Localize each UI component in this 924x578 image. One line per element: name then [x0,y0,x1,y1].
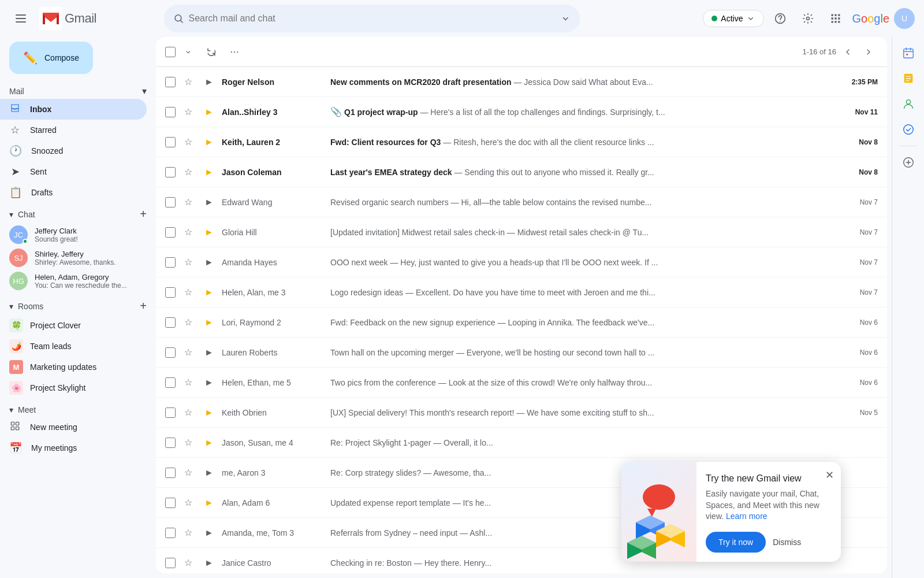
search-input[interactable] [188,13,555,24]
more-options-button[interactable] [224,42,245,62]
email-preview: — Looping in Annika. The feedback we've.… [498,318,655,327]
email-checkbox[interactable] [165,528,176,538]
hamburger-button[interactable] [9,7,32,30]
toolbar-dropdown-button[interactable] [178,42,199,62]
forward-icon: ► [201,254,217,271]
star-button[interactable]: ☆ [180,375,196,391]
rooms-add-button[interactable]: + [140,299,147,313]
email-checkbox[interactable] [165,558,176,568]
chat-section-header[interactable]: ▾ Chat + [0,205,156,223]
popup-close-button[interactable]: ✕ [825,469,834,481]
sidebar-item-drafts[interactable]: 📋 Drafts [0,182,147,203]
email-row[interactable]: ☆ ► Keith Obrien [UX] Special delivery! … [156,398,887,428]
search-expand-icon[interactable] [560,13,571,24]
room-item-project-clover[interactable]: 🍀 Project Clover [0,315,147,336]
email-checkbox[interactable] [165,197,176,208]
sender-name: Janice Castro [222,558,326,568]
email-checkbox[interactable] [165,438,176,448]
email-row[interactable]: ☆ ► Lori, Raymond 2 Fwd: Feedback on the… [156,307,887,338]
refresh-button[interactable] [201,42,222,62]
rooms-section-header[interactable]: ▾ Rooms + [0,297,156,315]
star-button[interactable]: ☆ [180,134,196,150]
star-button[interactable]: ☆ [180,405,196,421]
star-button[interactable]: ☆ [180,104,196,120]
active-status-button[interactable]: Active [703,10,764,27]
settings-button[interactable] [796,7,819,30]
email-checkbox[interactable] [165,468,176,478]
google-contacts-button[interactable] [897,92,920,116]
email-checkbox[interactable] [165,107,176,117]
email-checkbox[interactable] [165,377,176,388]
meet-item-new-meeting[interactable]: New meeting [0,417,147,438]
google-tasks-button[interactable] [897,118,920,141]
email-checkbox[interactable] [165,317,176,328]
room-item-team-leads[interactable]: 🌶️ Team leads [0,336,147,357]
try-it-now-button[interactable]: Try it now [706,532,766,553]
next-page-button[interactable] [859,43,878,61]
email-checkbox[interactable] [165,77,176,87]
email-checkbox[interactable] [165,257,176,268]
meet-item-my-meetings[interactable]: 📅 My meetings [0,438,147,458]
room-item-project-skylight[interactable]: 🌸 Project Skylight [0,377,147,398]
email-checkbox[interactable] [165,137,176,147]
email-row[interactable]: ☆ ► Edward Wang Revised organic search n… [156,187,887,217]
chat-contact-shirley[interactable]: SJ Shirley, Jeffery Shirley: Awesome, th… [0,246,147,269]
star-button[interactable]: ☆ [180,194,196,210]
star-button[interactable]: ☆ [180,224,196,240]
email-preview: — Hi, all—the table below contains the r… [451,198,652,207]
email-checkbox[interactable] [165,498,176,508]
email-row[interactable]: ☆ ► Gloria Hill [Updated invitation] Mid… [156,217,887,247]
star-button[interactable]: ☆ [180,465,196,481]
chat-add-button[interactable]: + [140,208,147,221]
email-row[interactable]: ☆ ► Roger Nelson New comments on MCR2020… [156,67,887,97]
star-button[interactable]: ☆ [180,284,196,301]
email-checkbox[interactable] [165,347,176,358]
email-subject: [Updated invitation] Midwest retail sale… [330,228,505,237]
star-button[interactable]: ☆ [180,495,196,511]
chat-contact-helen-adam[interactable]: HG Helen, Adam, Gregory You: Can we resc… [0,269,147,292]
email-row[interactable]: ☆ ► Jason Coleman Last year's EMEA strat… [156,157,887,187]
star-button[interactable]: ☆ [180,525,196,541]
mail-section-header[interactable]: Mail ▾ [0,83,156,99]
star-button[interactable]: ☆ [180,314,196,331]
sender-name: Jason, Susan, me 4 [222,438,326,447]
google-calendar-button[interactable] [897,42,920,65]
star-button[interactable]: ☆ [180,164,196,180]
sidebar-item-starred[interactable]: ☆ Starred [0,120,147,140]
avatar[interactable]: U [894,8,915,29]
prev-page-button[interactable] [839,43,857,61]
email-row[interactable]: ☆ ► Amanda Hayes OOO next week — Hey, ju… [156,247,887,277]
help-button[interactable] [769,7,792,30]
sidebar-item-snoozed[interactable]: 🕐 Snoozed [0,140,147,161]
apps-button[interactable] [824,7,847,30]
room-item-marketing-updates[interactable]: M Marketing updates [0,357,147,377]
add-apps-button[interactable] [897,151,920,174]
meet-section-header[interactable]: ▾ Meet [0,403,156,417]
star-button[interactable]: ☆ [180,74,196,90]
star-button[interactable]: ☆ [180,254,196,271]
new-meeting-label: New meeting [30,423,77,432]
svg-rect-0 [16,14,26,16]
dismiss-button[interactable]: Dismiss [773,538,801,547]
sidebar-item-sent[interactable]: ➤ Sent [0,161,147,182]
email-checkbox[interactable] [165,167,176,177]
email-checkbox[interactable] [165,227,176,238]
select-all-checkbox[interactable] [165,47,176,57]
star-button[interactable]: ☆ [180,344,196,361]
learn-more-link[interactable]: Learn more [726,512,767,521]
compose-button[interactable]: ✏️ Compose [9,42,93,74]
sidebar-item-inbox[interactable]: Inbox [0,99,147,120]
email-checkbox[interactable] [165,287,176,298]
email-row[interactable]: ☆ ► Helen, Alan, me 3 Logo redesign idea… [156,277,887,307]
email-row[interactable]: ☆ ► Alan..Shirley 3 📎Q1 project wrap-up … [156,97,887,127]
email-row[interactable]: ☆ ► Jason, Susan, me 4 Re: Project Skyli… [156,428,887,458]
star-button[interactable]: ☆ [180,555,196,571]
email-row[interactable]: ☆ ► Helen, Ethan, me 5 Two pics from the… [156,368,887,398]
google-keep-button[interactable] [897,67,920,90]
star-button[interactable]: ☆ [180,435,196,451]
email-checkbox[interactable] [165,407,176,418]
svg-rect-22 [16,422,19,425]
chat-contact-jeffery[interactable]: JC Jeffery Clark Sounds great! [0,223,147,246]
email-row[interactable]: ☆ ► Keith, Lauren 2 Fwd: Client resource… [156,127,887,157]
email-row[interactable]: ☆ ► Lauren Roberts Town hall on the upco… [156,338,887,368]
